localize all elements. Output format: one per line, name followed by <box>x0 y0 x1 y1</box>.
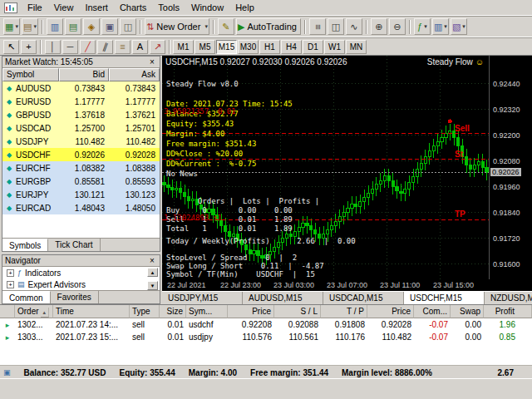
terminal-panel: Order▴TimeTypeSizeSym...PriceS / LT / PP… <box>0 304 532 378</box>
trade-row-1302[interactable]: ▸1302...2021.07.23 14:...sell0.01usdchf0… <box>0 318 532 331</box>
market-watch-row-eurjpy[interactable]: ◆EURJPY130.121130.123 <box>2 188 160 201</box>
navigator-item-expert-advisors[interactable]: +▤Expert Advisors <box>2 278 160 290</box>
indicators-button[interactable]: ƒ▾ <box>414 18 431 35</box>
vertical-line-button[interactable]: │ <box>45 40 61 54</box>
column-header-profit[interactable]: Profit <box>484 305 532 318</box>
market-watch-row-eurcad[interactable]: ◆EURCAD1.480431.48050 <box>2 201 160 214</box>
scroll-down-button[interactable]: ▼ <box>147 281 158 290</box>
column-header-order[interactable]: Order▴ <box>15 305 53 318</box>
crosshair-icon: + <box>26 42 31 52</box>
templates-button[interactable]: ▧▾ <box>451 18 467 35</box>
timeframe-mn-button[interactable]: MN <box>346 40 367 54</box>
market-watch-row-eurusd[interactable]: ◆EURUSD1.177771.17777 <box>2 95 160 108</box>
timeframe-d1-button[interactable]: D1 <box>303 40 323 54</box>
arrows-button[interactable]: ↗ <box>150 40 165 54</box>
column-header-s-l[interactable]: S / L <box>274 305 321 318</box>
navigator-tab-favorites[interactable]: Favorites <box>51 291 99 303</box>
column-header-bid[interactable]: Bid <box>59 68 109 81</box>
chart-tab-nzdusd-m15[interactable]: NZDUSD,M15 <box>485 292 532 304</box>
expander-icon[interactable]: + <box>7 269 14 277</box>
menu-charts[interactable]: Charts <box>114 1 152 14</box>
scroll-up-button[interactable]: ▲ <box>147 268 158 277</box>
menu-help[interactable]: Help <box>229 1 260 14</box>
strategy-tester-button[interactable]: ◫ <box>120 18 136 35</box>
column-header-time[interactable]: Time <box>53 305 130 318</box>
market-watch-tab-tick-chart[interactable]: Tick Chart <box>48 239 100 251</box>
symbol-name: AUDUSD <box>16 84 59 93</box>
chart-tab-usdcad-m15[interactable]: USDCAD,M15 <box>323 292 404 304</box>
new-chart-button[interactable]: ▦▾ <box>3 18 20 35</box>
column-header-price[interactable]: Price <box>367 305 414 318</box>
autotrading-button[interactable]: ▶AutoTrading <box>236 18 301 35</box>
expander-icon[interactable]: + <box>7 281 14 288</box>
market-watch-row-usdjpy[interactable]: ◆USDJPY110.482110.482 <box>2 135 160 148</box>
text-button[interactable]: A <box>132 40 148 54</box>
chart-candles-button[interactable]: ◫ <box>328 18 344 35</box>
new-order-button[interactable]: ⇅New Order▾ <box>145 18 209 35</box>
periods-button[interactable]: ▥▾ <box>432 18 449 35</box>
trend-line-button[interactable]: ╱ <box>80 40 96 54</box>
chart-tab-audusd-m15[interactable]: AUDUSD,M15 <box>243 292 323 304</box>
timeframe-m30-button[interactable]: M30 <box>238 40 259 54</box>
profiles-button[interactable]: ▤▾ <box>22 18 38 35</box>
column-header-com[interactable]: Com... <box>414 305 451 318</box>
fibonacci-button[interactable]: ≡ <box>115 40 131 54</box>
market-watch-row-usdchf[interactable]: ◆USDCHF0.920260.92028 <box>2 148 160 161</box>
equidistant-channel-button[interactable]: ∥ <box>97 40 113 54</box>
market-watch-row-eurchf[interactable]: ◆EURCHF1.083821.08388 <box>2 161 160 175</box>
navigator-item-indicators[interactable]: +ƒIndicators <box>2 267 160 278</box>
crosshair-button[interactable]: + <box>21 40 37 54</box>
column-header-swap[interactable]: Swap <box>451 305 484 318</box>
symbol-trend-icon: ◆ <box>2 191 16 199</box>
navigator-tab-common[interactable]: Common <box>2 291 51 303</box>
terminal-button[interactable]: ▣ <box>101 18 118 35</box>
chart-tab-usdchf-m15[interactable]: USDCHF,M15 <box>404 292 485 304</box>
chart-tab-usdjpy-m15[interactable]: USDJPY,M15 <box>162 292 243 304</box>
menu-view[interactable]: View <box>48 1 80 14</box>
timeframe-h1-button[interactable]: H1 <box>259 40 280 54</box>
price-scale[interactable]: 0.92026 0.924400.923200.922000.920800.91… <box>489 56 532 279</box>
column-header-sym[interactable]: Sym... <box>186 305 228 318</box>
menu-tools[interactable]: Tools <box>152 1 185 14</box>
swap: 0.00 <box>451 320 484 329</box>
column-header-type[interactable]: Type <box>130 305 160 318</box>
ea-info-line: Free margin: $351.43 <box>166 139 293 149</box>
market-watch-button[interactable]: ▥ <box>47 18 63 35</box>
column-header-ask[interactable]: Ask <box>109 68 160 81</box>
column-header-size[interactable]: Size <box>160 305 186 318</box>
data-window-button[interactable]: ▤ <box>65 18 81 35</box>
timeframe-w1-button[interactable]: W1 <box>324 40 345 54</box>
market-watch-tab-symbols[interactable]: Symbols <box>2 239 48 251</box>
metaeditor-button[interactable]: ✎ <box>218 18 234 35</box>
trade-row-1303[interactable]: ▸1303...2021.07.23 15:...sell0.01usdjpy1… <box>0 331 532 343</box>
column-header-t-p[interactable]: T / P <box>321 305 367 318</box>
close-icon[interactable]: × <box>147 57 157 66</box>
summary-segment: Margin: 4.00 <box>189 368 237 377</box>
timeframe-m1-button[interactable]: M1 <box>173 40 194 54</box>
timeframe-h4-button[interactable]: H4 <box>281 40 302 54</box>
ea-info-line: DD%Close : %20.00 <box>166 149 293 159</box>
menu-file[interactable]: File <box>22 1 48 14</box>
navigator-button[interactable]: ◈ <box>83 18 100 35</box>
horizontal-line-button[interactable]: ─ <box>62 40 78 54</box>
column-header-symbol[interactable]: Symbol <box>2 68 59 81</box>
column-header-price[interactable]: Price <box>228 305 274 318</box>
market-watch-row-usdcad[interactable]: ◆USDCAD1.257001.25701 <box>2 121 160 135</box>
cursor-button[interactable]: ↖ <box>3 40 19 54</box>
chart-bars-button[interactable]: ≡ <box>309 18 326 35</box>
time-axis[interactable]: 22 Jul 202122 Jul 23:0023 Jul 03:0023 Ju… <box>162 279 532 291</box>
market-watch-row-gbpusd[interactable]: ◆GBPUSD1.376181.37621 <box>2 108 160 121</box>
market-watch-row-eurgbp[interactable]: ◆EURGBP0.855810.85593 <box>2 175 160 188</box>
menu-window[interactable]: Window <box>185 1 229 14</box>
menu-insert[interactable]: Insert <box>79 1 114 14</box>
timeframe-m15-button[interactable]: M15 <box>216 40 237 54</box>
column-header-icon[interactable] <box>0 305 15 318</box>
close-icon[interactable]: × <box>147 256 157 265</box>
timeframe-m5-button[interactable]: M5 <box>195 40 215 54</box>
chart-line-button[interactable]: ∿ <box>346 18 362 35</box>
zoom-in-button[interactable]: ⊕ <box>371 18 387 35</box>
market-watch-row-audusd[interactable]: ◆AUDUSD0.738430.73843 <box>2 81 160 95</box>
chart-area[interactable]: 0.92026 0.924400.923200.922000.920800.91… <box>162 56 532 291</box>
toolbar-line-studies: ↖+│─╱∥≡A↗M1M5M15M30H1H4D1W1MN <box>0 37 532 56</box>
zoom-out-button[interactable]: ⊖ <box>389 18 406 35</box>
